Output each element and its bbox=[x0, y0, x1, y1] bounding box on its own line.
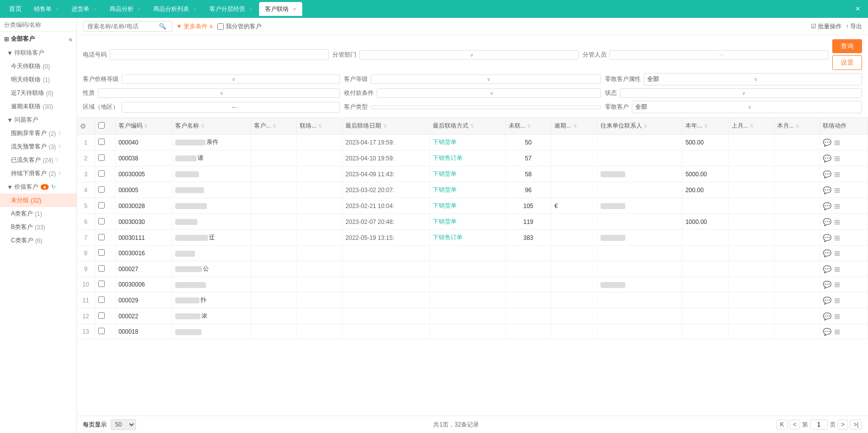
action-grid-icon[interactable]: ⊞ bbox=[834, 281, 840, 289]
row-last-way[interactable] bbox=[430, 261, 506, 277]
row-checkbox[interactable] bbox=[95, 166, 115, 182]
row-checkbox[interactable] bbox=[95, 277, 115, 292]
table-row[interactable]: 1 000040 亲仵 2023-04-17 19:59: 下销货单 50 50… bbox=[77, 135, 868, 150]
tab-customer-contact[interactable]: 客户联络 × bbox=[259, 2, 302, 16]
search-icon[interactable]: 🔍 bbox=[159, 23, 166, 30]
action-comment-icon[interactable]: 💬 bbox=[823, 234, 831, 242]
sidebar-item-abnormal-buy[interactable]: 囤购异常客户 (2) ? bbox=[0, 127, 76, 140]
sort-type-icon[interactable]: ⇅ bbox=[272, 124, 276, 129]
row-checkbox[interactable] bbox=[95, 261, 115, 277]
tab-purchase-order[interactable]: 进货单 × bbox=[66, 2, 102, 16]
row-check-2[interactable] bbox=[98, 154, 105, 161]
nature-select[interactable]: ∨ bbox=[98, 88, 340, 98]
row-checkbox[interactable] bbox=[95, 230, 115, 246]
sort-last-date-icon[interactable]: ⇅ bbox=[383, 124, 387, 129]
tab-product-analysis[interactable]: 商品分析 × bbox=[104, 2, 146, 16]
action-grid-icon[interactable]: ⊞ bbox=[834, 170, 840, 178]
last-way-link[interactable]: 下销货单 bbox=[433, 139, 457, 145]
action-grid-icon[interactable]: ⊞ bbox=[834, 234, 840, 242]
more-conditions-button[interactable]: ▼ 更多条件 ∧ bbox=[176, 22, 213, 31]
row-last-way[interactable]: 下销售订单 bbox=[430, 150, 506, 166]
row-checkbox[interactable] bbox=[95, 292, 115, 308]
action-grid-icon[interactable]: ⊞ bbox=[834, 202, 840, 210]
sort-this-month-icon[interactable]: ⇅ bbox=[796, 124, 800, 129]
table-row[interactable]: 9 000027 公 💬 ⊞ bbox=[77, 261, 868, 277]
table-row[interactable]: 5 00030028 2023-02-21 10:04: 下销货单 105 € … bbox=[77, 198, 868, 214]
row-last-way[interactable] bbox=[430, 246, 506, 261]
per-page-select[interactable]: 50 100 bbox=[111, 419, 136, 430]
sort-contact-icon[interactable]: ⇅ bbox=[318, 124, 322, 129]
refresh-icon[interactable]: ↻ bbox=[51, 184, 56, 190]
my-customers-checkbox[interactable]: 我分管的客户 bbox=[217, 22, 262, 31]
row-checkbox[interactable] bbox=[95, 198, 115, 214]
table-row[interactable]: 2 000038 请 2023-04-10 19:59: 下销售订单 57 💬 … bbox=[77, 150, 868, 166]
all-customers-header[interactable]: ⊞ 全部客户 « bbox=[0, 32, 76, 46]
close-product-analysis-icon[interactable]: × bbox=[137, 6, 140, 12]
close-product-analysis-list-icon[interactable]: × bbox=[193, 6, 196, 12]
action-comment-icon[interactable]: 💬 bbox=[823, 202, 831, 210]
table-row[interactable]: 4 000005 2023-03-02 20:07: 下销货单 96 200.0… bbox=[77, 182, 868, 198]
sidebar-search-bar[interactable]: 🔍 bbox=[0, 18, 76, 32]
phone-input[interactable] bbox=[110, 49, 329, 60]
tab-sales-order[interactable]: 销售单 × bbox=[28, 2, 65, 16]
sidebar-item-class-a[interactable]: A类客户 (1) bbox=[0, 207, 76, 220]
action-comment-icon[interactable]: 💬 bbox=[823, 186, 831, 194]
row-check-3[interactable] bbox=[98, 170, 105, 177]
row-check-11[interactable] bbox=[98, 296, 105, 303]
last-way-link[interactable]: 下销售订单 bbox=[433, 234, 463, 241]
table-row[interactable]: 11 000029 扑 💬 ⊞ bbox=[77, 292, 868, 308]
home-tab[interactable]: 首页 bbox=[4, 4, 27, 13]
row-checkbox[interactable] bbox=[95, 246, 115, 261]
row-checkbox[interactable] bbox=[95, 150, 115, 166]
action-grid-icon[interactable]: ⊞ bbox=[834, 154, 840, 162]
collapse-sidebar-button[interactable]: « bbox=[68, 35, 72, 43]
action-comment-icon[interactable]: 💬 bbox=[823, 139, 831, 146]
sidebar-item-7day-contact[interactable]: 近7天待联络 (0) bbox=[0, 86, 76, 100]
search-input-wrapper[interactable]: 🔍 bbox=[83, 21, 172, 32]
customer-level-select[interactable]: ∨ bbox=[371, 74, 601, 84]
batch-operation-button[interactable]: ☑ 批量操作 bbox=[811, 22, 842, 31]
sort-name-icon[interactable]: ⇅ bbox=[201, 124, 205, 129]
row-check-10[interactable] bbox=[98, 281, 105, 287]
sort-code-icon[interactable]: ⇅ bbox=[144, 124, 148, 129]
row-last-way[interactable]: 下销货单 bbox=[430, 214, 506, 230]
sort-last-way-icon[interactable]: ⇅ bbox=[470, 124, 474, 129]
row-last-way[interactable]: 下销货单 bbox=[430, 182, 506, 198]
row-check-8[interactable] bbox=[98, 249, 105, 256]
row-checkbox[interactable] bbox=[95, 214, 115, 230]
export-button[interactable]: ↑ 导出 bbox=[846, 22, 862, 31]
action-grid-icon[interactable]: ⊞ bbox=[834, 328, 840, 336]
close-purchase-order-icon[interactable]: × bbox=[93, 6, 96, 12]
last-way-link[interactable]: 下销货单 bbox=[433, 202, 457, 209]
action-grid-icon[interactable]: ⊞ bbox=[834, 218, 840, 226]
action-grid-icon[interactable]: ⊞ bbox=[834, 296, 840, 304]
col-settings[interactable]: ⚙ bbox=[77, 118, 95, 135]
action-comment-icon[interactable]: 💬 bbox=[823, 281, 831, 289]
row-checkbox[interactable] bbox=[95, 182, 115, 198]
close-all-tabs-button[interactable]: × bbox=[852, 4, 864, 13]
tab-customer-segment[interactable]: 客户分层经营 × bbox=[203, 2, 258, 16]
sidebar-search-input[interactable] bbox=[4, 21, 77, 28]
close-sales-order-icon[interactable]: × bbox=[56, 6, 59, 12]
row-last-way[interactable]: 下销货单 bbox=[430, 166, 506, 182]
customer-type-select[interactable] bbox=[371, 105, 601, 109]
action-comment-icon[interactable]: 💬 bbox=[823, 218, 831, 226]
settings-icon[interactable]: ⚙ bbox=[80, 122, 86, 130]
group-value-customers[interactable]: ▼ 价值客户 ● ↻ bbox=[0, 180, 76, 194]
sidebar-item-class-c[interactable]: C类客户 (6) bbox=[0, 234, 76, 247]
dept-select[interactable]: ∨ bbox=[359, 50, 578, 60]
sort-no-contact-icon[interactable]: ⇅ bbox=[527, 124, 531, 129]
last-way-link[interactable]: 下销售订单 bbox=[433, 154, 463, 161]
sort-overdue-icon[interactable]: ⇅ bbox=[573, 124, 577, 129]
action-comment-icon[interactable]: 💬 bbox=[823, 296, 831, 304]
action-grid-icon[interactable]: ⊞ bbox=[834, 186, 840, 194]
sidebar-item-today-contact[interactable]: 今天待联络 (0) bbox=[0, 60, 76, 73]
row-last-way[interactable]: 下销货单 bbox=[430, 135, 506, 150]
tab-product-analysis-list[interactable]: 商品分析列表 × bbox=[147, 2, 202, 16]
prev-page-button[interactable]: < bbox=[790, 420, 800, 430]
sort-this-year-icon[interactable]: ⇅ bbox=[704, 124, 708, 129]
action-grid-icon[interactable]: ⊞ bbox=[834, 139, 840, 146]
row-checkbox[interactable] bbox=[95, 135, 115, 150]
row-last-way[interactable] bbox=[430, 292, 506, 308]
sidebar-item-churn-warning[interactable]: 流失预警客户 (3) ? bbox=[0, 140, 76, 153]
